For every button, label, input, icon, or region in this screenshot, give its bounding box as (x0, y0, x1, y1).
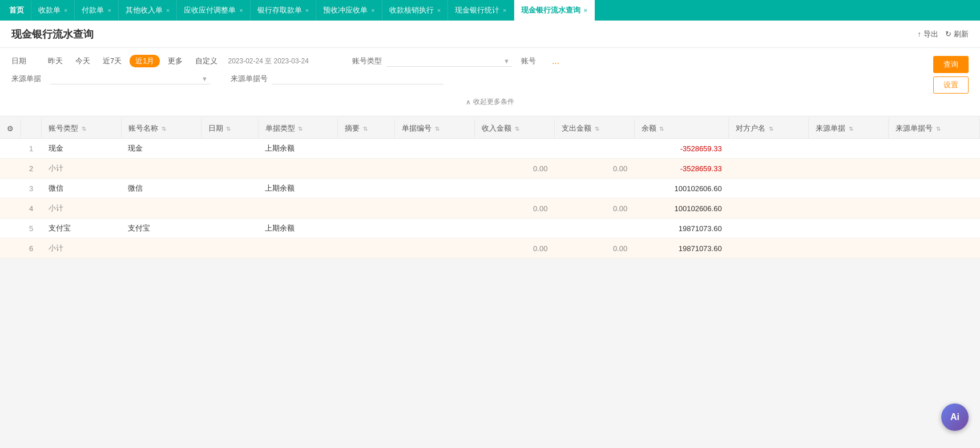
th-source-doc-no[interactable]: 来源单据号 ⇅ (888, 119, 979, 139)
export-button[interactable]: ↑ 导出 (918, 29, 939, 39)
row-number: 1 (21, 139, 42, 159)
source-doc-select[interactable]: ▼ (50, 73, 210, 84)
nav-tab-6[interactable]: 收款核销执行 × (382, 0, 448, 21)
row-counterparty (729, 179, 809, 199)
sort-icon: ⇅ (226, 126, 231, 132)
row-source-doc-no (888, 159, 979, 179)
nav-tab-4[interactable]: 银行存取款单 × (251, 0, 316, 21)
source-doc-label: 来源单据 (11, 74, 41, 84)
close-icon[interactable]: × (107, 7, 111, 14)
th-income[interactable]: 收入金额 ⇅ (475, 119, 555, 139)
nav-tab-8[interactable]: 现金银行流水查询 × (514, 0, 595, 21)
row-balance: -3528659.33 (634, 159, 728, 179)
row-expense (554, 219, 634, 239)
row-number: 6 (21, 239, 42, 259)
account-type-select[interactable]: ▼ (386, 55, 512, 67)
row-doc-type: 上期余额 (258, 219, 338, 239)
sort-icon: ⇅ (82, 126, 86, 132)
date-opt-today[interactable]: 今天 (71, 55, 95, 67)
date-opt-more[interactable]: 更多 (163, 55, 187, 67)
row-account-name: 支付宝 (121, 219, 201, 239)
table-row[interactable]: 1 现金 现金 上期余额 -3528659.33 (0, 139, 980, 159)
nav-home[interactable]: 首页 (2, 0, 31, 21)
date-opt-yesterday[interactable]: 昨天 (43, 55, 67, 67)
row-balance: -3528659.33 (634, 139, 728, 159)
row-expense: 0.00 (554, 199, 634, 219)
account-type-label: 账号类型 (352, 56, 382, 66)
close-icon[interactable]: × (371, 7, 374, 14)
nav-tab-5[interactable]: 预收冲应收单 × (316, 0, 382, 21)
account-type-value (389, 56, 501, 65)
nav-tab-3[interactable]: 应收应付调整单 × (177, 0, 250, 21)
close-icon[interactable]: × (166, 7, 170, 14)
query-button[interactable]: 查询 (933, 56, 969, 73)
date-options: 昨天 今天 近7天 近1月 更多 自定义 2023-02-24 至 2023-0… (43, 55, 309, 67)
nav-tab-2[interactable]: 其他收入单 × (119, 0, 177, 21)
collapse-bar[interactable]: ∧ 收起更多条件 (11, 94, 969, 109)
sort-icon: ⇅ (849, 126, 853, 132)
sort-icon: ⇅ (162, 126, 166, 132)
row-gear (0, 179, 21, 199)
row-date (201, 199, 258, 219)
date-range-display: 2023-02-24 至 2023-03-24 (228, 56, 308, 66)
filter-area: 日期 昨天 今天 近7天 近1月 更多 自定义 2023-02-24 至 202… (0, 48, 980, 116)
row-counterparty (729, 139, 809, 159)
close-icon[interactable]: × (584, 7, 587, 14)
row-summary (338, 139, 395, 159)
row-doc-no (395, 179, 475, 199)
close-icon[interactable]: × (239, 7, 243, 14)
close-icon[interactable]: × (64, 7, 67, 14)
th-doc-no[interactable]: 单据编号 ⇅ (395, 119, 475, 139)
source-doc-no-input[interactable] (272, 73, 443, 84)
close-icon[interactable]: × (305, 7, 309, 14)
row-source-doc-no (888, 239, 979, 259)
table-row[interactable]: 6 小计 0.00 0.00 19871073.60 (0, 239, 980, 259)
nav-tab-7[interactable]: 现金银行统计 × (448, 0, 514, 21)
row-gear (0, 159, 21, 179)
row-summary (338, 199, 395, 219)
row-account-type: 小计 (42, 159, 122, 179)
settings-button[interactable]: 设置 (933, 76, 969, 94)
account-label: 账号 (521, 56, 544, 66)
nav-tab-0[interactable]: 收款单 × (31, 0, 75, 21)
row-source-doc (809, 139, 889, 159)
row-counterparty (729, 239, 809, 259)
th-doc-type[interactable]: 单据类型 ⇅ (258, 119, 338, 139)
close-icon[interactable]: × (437, 7, 441, 14)
row-date (201, 179, 258, 199)
date-opt-custom[interactable]: 自定义 (191, 55, 222, 67)
table-row[interactable]: 5 支付宝 支付宝 上期余额 19871073.60 (0, 219, 980, 239)
th-account-name[interactable]: 账号名称 ⇅ (121, 119, 201, 139)
row-doc-type (258, 159, 338, 179)
th-counterparty[interactable]: 对方户名 ⇅ (729, 119, 809, 139)
th-expense[interactable]: 支出金额 ⇅ (554, 119, 634, 139)
table-header-row: ⚙ 账号类型 ⇅ 账号名称 ⇅ 日期 ⇅ 单据类型 ⇅ (0, 119, 980, 139)
table-row[interactable]: 3 微信 微信 上期余额 100102606.60 (0, 179, 980, 199)
row-number: 5 (21, 219, 42, 239)
row-number: 2 (21, 159, 42, 179)
row-account-name (121, 239, 201, 259)
row-income (475, 139, 555, 159)
row-source-doc-no (888, 199, 979, 219)
close-icon[interactable]: × (503, 7, 506, 14)
sort-icon: ⇅ (363, 126, 368, 132)
row-source-doc (809, 159, 889, 179)
th-source-doc[interactable]: 来源单据 ⇅ (809, 119, 889, 139)
account-ellipsis-button[interactable]: ... (549, 55, 563, 67)
refresh-button[interactable]: ↻ 刷新 (945, 29, 969, 39)
row-income (475, 219, 555, 239)
table-row[interactable]: 2 小计 0.00 0.00 -3528659.33 (0, 159, 980, 179)
row-account-name: 现金 (121, 139, 201, 159)
th-balance[interactable]: 余额 ⇅ (634, 119, 728, 139)
nav-tab-1[interactable]: 付款单 × (75, 0, 118, 21)
date-label: 日期 (11, 56, 34, 66)
row-balance: 19871073.60 (634, 239, 728, 259)
chevron-down-icon-2: ▼ (201, 75, 208, 82)
date-opt-1month[interactable]: 近1月 (130, 55, 160, 67)
date-opt-7days[interactable]: 近7天 (98, 55, 126, 67)
th-account-type[interactable]: 账号类型 ⇅ (42, 119, 122, 139)
th-date[interactable]: 日期 ⇅ (201, 119, 258, 139)
th-summary[interactable]: 摘要 ⇅ (338, 119, 395, 139)
th-gear[interactable]: ⚙ (0, 119, 21, 139)
table-row[interactable]: 4 小计 0.00 0.00 100102606.60 (0, 199, 980, 219)
